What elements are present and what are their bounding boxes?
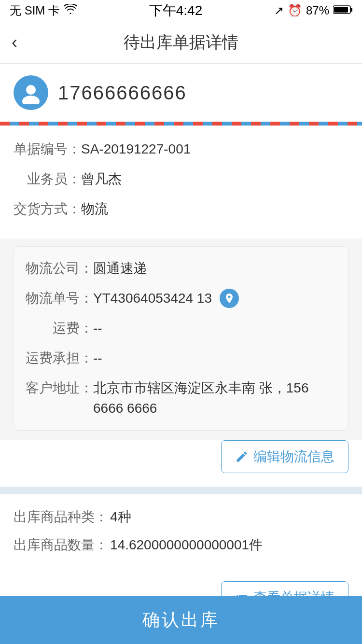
svg-point-4 [22, 96, 40, 104]
carrier-text: 无 SIM 卡 [10, 3, 60, 18]
edit-logistics-button[interactable]: 编辑物流信息 [221, 440, 348, 473]
alarm-indicator: ⏰ [288, 4, 302, 17]
wifi-icon [64, 4, 77, 17]
order-number-row: 单据编号： SA-20191227-001 [14, 139, 348, 159]
freight-bear-value: -- [93, 348, 336, 368]
product-quantity-row: 出库商品数量： 14.6200000000000001件 [14, 536, 348, 554]
sales-person-value: 曾凡杰 [81, 169, 348, 189]
svg-rect-2 [334, 7, 348, 13]
logistics-tracking-label: 物流单号： [26, 288, 93, 308]
tracking-location-icon[interactable] [220, 289, 239, 308]
user-header: 17666666666 [0, 64, 362, 122]
freight-value: -- [93, 318, 336, 338]
confirm-button-label: 确认出库 [142, 608, 220, 632]
edit-logistics-label: 编辑物流信息 [253, 448, 334, 466]
user-avatar [14, 75, 48, 110]
delivery-method-value: 物流 [81, 199, 348, 219]
dashed-divider [0, 122, 362, 126]
logistics-card: 物流公司： 圆通速递 物流单号： YT43064053424 13 运费： -- [14, 246, 348, 431]
freight-label: 运费： [26, 318, 93, 338]
logistics-tracking-value: YT43064053424 13 [93, 288, 336, 308]
delivery-method-label: 交货方式： [14, 199, 81, 219]
basic-info-section: 单据编号： SA-20191227-001 业务员： 曾凡杰 交货方式： 物流 [0, 126, 362, 238]
status-time: 下午4:42 [149, 1, 203, 20]
order-number-value: SA-20191227-001 [81, 139, 348, 159]
freight-bear-label: 运费承担： [26, 348, 93, 368]
status-left: 无 SIM 卡 [10, 3, 77, 18]
product-section: 出库商品种类： 4种 出库商品数量： 14.6200000000000001件 [0, 494, 362, 574]
delivery-method-row: 交货方式： 物流 [14, 199, 348, 219]
page-title: 待出库单据详情 [124, 31, 238, 54]
product-quantity-label: 出库商品数量： [14, 536, 110, 554]
status-right: ↗ ⏰ 87% [274, 4, 352, 17]
tracking-number: YT43064053424 13 [93, 288, 212, 308]
product-types-value: 4种 [110, 508, 348, 526]
logistics-company-label: 物流公司： [26, 258, 93, 279]
svg-point-3 [26, 85, 36, 95]
order-number-label: 单据编号： [14, 139, 81, 159]
nav-bar: ‹ 待出库单据详情 [0, 21, 362, 64]
battery-icon [333, 4, 352, 17]
logistics-company-row: 物流公司： 圆通速递 [26, 258, 336, 279]
product-types-label: 出库商品种类： [14, 508, 110, 526]
logistics-tracking-row: 物流单号： YT43064053424 13 [26, 288, 336, 308]
back-button[interactable]: ‹ [12, 32, 17, 53]
user-phone: 17666666666 [58, 82, 187, 104]
freight-row: 运费： -- [26, 318, 336, 338]
status-bar: 无 SIM 卡 下午4:42 ↗ ⏰ 87% [0, 0, 362, 21]
confirm-button[interactable]: 确认出库 [0, 596, 362, 644]
edit-btn-wrapper: 编辑物流信息 [0, 440, 362, 487]
address-label: 客户地址： [26, 378, 93, 398]
sales-person-row: 业务员： 曾凡杰 [14, 169, 348, 189]
svg-rect-1 [350, 8, 352, 12]
battery-text: 87% [306, 4, 329, 17]
freight-bear-row: 运费承担： -- [26, 348, 336, 368]
sales-person-label: 业务员： [14, 169, 81, 189]
address-row: 客户地址： 北京市市辖区海淀区永丰南 张，156 6666 6666 [26, 378, 336, 419]
address-value: 北京市市辖区海淀区永丰南 张，156 6666 6666 [93, 378, 336, 419]
product-quantity-value: 14.6200000000000001件 [110, 536, 348, 554]
page-wrapper: 无 SIM 卡 下午4:42 ↗ ⏰ 87% [0, 0, 362, 644]
logistics-company-value: 圆通速递 [93, 258, 336, 279]
product-types-row: 出库商品种类： 4种 [14, 508, 348, 526]
scrollable-content: 17666666666 单据编号： SA-20191227-001 业务员： 曾… [0, 64, 362, 644]
location-indicator: ↗ [274, 4, 284, 17]
section-divider [0, 487, 362, 494]
